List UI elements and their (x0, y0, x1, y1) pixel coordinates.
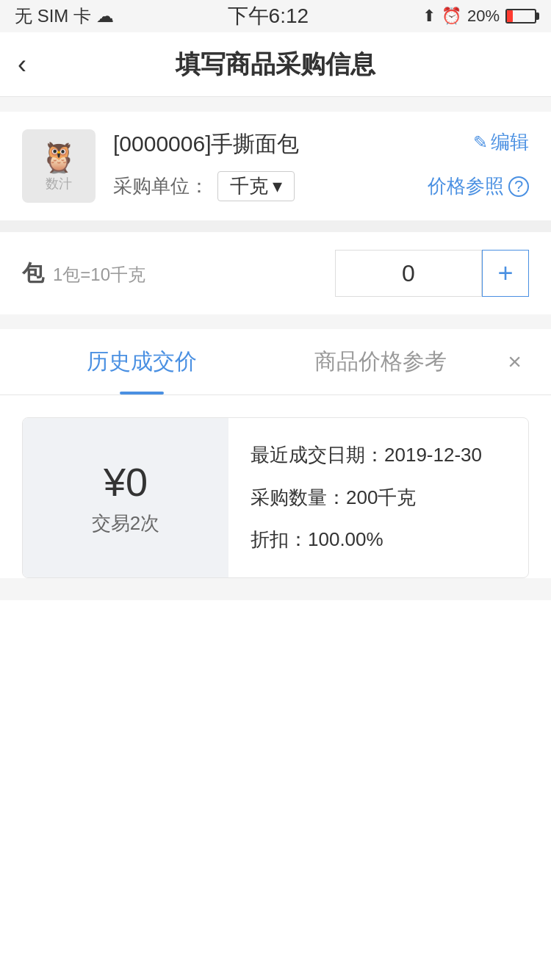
tab-close-button[interactable]: × (500, 341, 529, 383)
quantity-hint: 1包=10千克 (53, 263, 145, 287)
discount-value: 100.00% (308, 528, 383, 550)
quantity-row: 包 1包=10千克 + (0, 232, 551, 314)
price-left-panel: ¥0 交易2次 (23, 418, 228, 577)
product-header: [0000006]手撕面包 ✎ 编辑 (113, 129, 529, 159)
price-reference-button[interactable]: 价格参照 ? (428, 173, 529, 199)
purchase-qty-row: 采购数量：200千克 (251, 483, 506, 514)
battery-percent: 20% (467, 7, 500, 26)
quantity-label: 包 1包=10千克 (22, 259, 145, 289)
unit-value: 千克 (230, 173, 268, 199)
recent-date-label: 最近成交日期： (251, 444, 384, 466)
status-left: 无 SIM 卡 ☁ (15, 4, 114, 28)
location-icon: ⬆ (422, 7, 436, 26)
quantity-plus-button[interactable]: + (482, 250, 529, 297)
status-bar: 无 SIM 卡 ☁ 下午6:12 ⬆ ⏰ 20% (0, 0, 551, 32)
back-button[interactable]: ‹ (18, 49, 26, 80)
page-title: 填写商品采购信息 (176, 48, 375, 82)
discount-label: 折扣： (251, 528, 308, 550)
alarm-icon: ⏰ (442, 7, 461, 26)
nav-bar: ‹ 填写商品采购信息 (0, 32, 551, 97)
page-fill (0, 600, 551, 980)
section-divider (0, 220, 551, 232)
recent-date-value: 2019-12-30 (384, 444, 482, 466)
edit-icon: ✎ (473, 132, 488, 153)
tab-header: 历史成交价 商品价格参考 × (0, 329, 551, 395)
battery-icon (505, 9, 536, 24)
price-ref-label: 价格参照 (428, 173, 504, 199)
product-unit-row: 采购单位： 千克 ▾ (113, 171, 295, 201)
quantity-input[interactable] (335, 250, 482, 297)
dropdown-arrow-icon: ▾ (273, 175, 282, 198)
amount-value: 0 (126, 460, 148, 504)
product-second-row: 采购单位： 千克 ▾ 价格参照 ? (113, 171, 529, 201)
price-card: ¥0 交易2次 最近成交日期：2019-12-30 采购数量：200千克 折扣：… (22, 417, 529, 578)
unit-label: 采购单位： (113, 173, 209, 199)
edit-label: 编辑 (491, 129, 529, 155)
product-logo-label: 数汁 (46, 175, 72, 192)
unit-icon: 包 (22, 259, 44, 289)
product-logo-icon: 🦉 (40, 140, 77, 175)
sim-signal: 无 SIM 卡 ☁ (15, 4, 114, 28)
unit-dropdown[interactable]: 千克 ▾ (217, 171, 295, 201)
price-amount: ¥0 (104, 459, 148, 505)
edit-button[interactable]: ✎ 编辑 (473, 129, 529, 155)
recent-date-row: 最近成交日期：2019-12-30 (251, 440, 506, 471)
product-info: [0000006]手撕面包 ✎ 编辑 采购单位： 千克 ▾ 价格参照 ? (113, 129, 529, 201)
quantity-controls: + (335, 250, 529, 297)
status-time: 下午6:12 (228, 2, 309, 30)
purchase-qty-label: 采购数量： (251, 486, 346, 508)
battery-fill (507, 10, 513, 22)
tab-product-price-ref[interactable]: 商品价格参考 (262, 329, 501, 394)
product-thumbnail: 🦉 数汁 (22, 129, 96, 203)
purchase-qty-value: 200千克 (346, 486, 416, 508)
price-right-panel: 最近成交日期：2019-12-30 采购数量：200千克 折扣：100.00% (228, 418, 528, 577)
discount-row: 折扣：100.00% (251, 525, 506, 555)
status-right: ⬆ ⏰ 20% (422, 7, 536, 26)
currency-symbol: ¥ (104, 460, 126, 504)
product-name: [0000006]手撕面包 (113, 129, 299, 159)
tab-history-price[interactable]: 历史成交价 (22, 329, 262, 394)
price-ref-help-icon: ? (508, 176, 529, 197)
product-card: 🦉 数汁 [0000006]手撕面包 ✎ 编辑 采购单位： 千克 ▾ 价格参照 … (0, 112, 551, 220)
tab-section: 历史成交价 商品价格参考 × ¥0 交易2次 最近成交日期：2019-12-30… (0, 329, 551, 578)
price-transactions: 交易2次 (92, 511, 159, 536)
